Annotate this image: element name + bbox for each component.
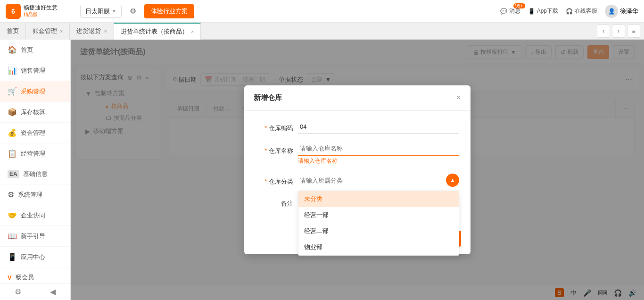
sidebar: 🏠 首页 📊 销售管理 🛒 采购管理 📦 库存核算 💰 资金管理 📋 经营管理 … xyxy=(0,40,71,300)
tab-home-label: 首页 xyxy=(7,27,19,35)
logo-area: 6 畅捷通好生意 精品版 xyxy=(6,4,76,19)
inventory-icon: 📦 xyxy=(8,108,17,117)
sidebar-item-home-label: 首页 xyxy=(21,46,33,54)
category-dropdown-toggle[interactable]: ▲ xyxy=(446,174,459,187)
code-input[interactable] xyxy=(298,120,459,133)
username: 徐泽华 xyxy=(620,7,638,16)
tab-accounts-label: 账套管理 xyxy=(33,27,57,35)
sidebar-item-sales[interactable]: 📊 销售管理 xyxy=(0,60,70,81)
dropdown-item-ops2[interactable]: 经营二部 xyxy=(298,223,459,239)
app-download-item[interactable]: 📱 App下载 xyxy=(528,7,558,15)
remark-label: 备注 xyxy=(256,196,293,208)
sidebar-item-apps[interactable]: 📱 应用中心 xyxy=(0,247,70,267)
category-dropdown-list: 未分类 经营一部 经营二部 物业部 xyxy=(298,191,459,256)
avatar: 👤 xyxy=(605,5,618,18)
sidebar-item-guide-label: 新手引导 xyxy=(21,232,45,241)
tab-purchase-return-label: 进货退货 xyxy=(76,27,101,35)
category-input-row: ▲ xyxy=(298,174,459,187)
basic-info-icon: EA xyxy=(8,170,19,178)
sidebar-item-membership-label: 畅会员 xyxy=(16,273,34,282)
sidebar-item-purchase-label: 采购管理 xyxy=(21,87,45,96)
add-warehouse-modal: 新增仓库 × 仓库编码 仓库名称 xyxy=(244,85,471,254)
content-area: 进货单统计(按商品) 🖨 按模板打印 ▼ ↓ 导出 ↺ 刷新 xyxy=(71,40,644,300)
sidebar-item-purchase[interactable]: 🛒 采购管理 xyxy=(0,81,70,102)
dropdown-item-ops1[interactable]: 经营一部 xyxy=(298,207,459,223)
sidebar-item-operations[interactable]: 📋 经营管理 xyxy=(0,143,70,164)
sidebar-item-apps-label: 应用中心 xyxy=(21,253,45,261)
message-item[interactable]: 💬 消息 99+ xyxy=(500,7,520,15)
name-label: 仓库名称 xyxy=(256,143,293,155)
sidebar-item-home[interactable]: 🏠 首页 xyxy=(0,40,70,60)
tab-prev-btn[interactable]: ‹ xyxy=(597,25,610,38)
code-form-row: 仓库编码 xyxy=(256,120,459,133)
online-service-item[interactable]: 🎧 在线客服 xyxy=(566,7,597,15)
category-dropdown-wrap: ▲ 未分类 经营一部 经营二部 物业部 xyxy=(298,174,459,187)
collab-icon: 🤝 xyxy=(8,211,17,220)
online-service-label: 在线客服 xyxy=(575,7,597,15)
tab-purchase-stats-close[interactable]: × xyxy=(191,29,194,34)
message-badge: 99+ xyxy=(513,3,525,8)
sidebar-settings-icon[interactable]: ⚙ xyxy=(15,287,21,296)
logo-icon: 6 xyxy=(6,4,21,19)
tab-next-btn[interactable]: › xyxy=(612,25,625,38)
sidebar-item-guide[interactable]: 📖 新手引导 xyxy=(0,226,70,247)
sidebar-bottom: ⚙ ◀ xyxy=(0,283,70,300)
message-icon: 💬 xyxy=(500,8,507,15)
membership-icon: V xyxy=(8,274,12,281)
sidebar-item-sales-label: 销售管理 xyxy=(21,67,45,75)
logo-badge: 精品版 xyxy=(24,11,58,18)
user-area[interactable]: 👤 徐泽华 xyxy=(605,5,638,18)
purchase-icon: 🛒 xyxy=(8,87,17,96)
name-form-row: 仓库名称 请输入仓库名称 xyxy=(256,142,459,165)
guide-icon: 📖 xyxy=(8,232,17,241)
store-dropdown-arrow: ▼ xyxy=(112,8,116,14)
settings-icon[interactable]: ⚙ xyxy=(125,4,140,19)
dropdown-item-uncategorized[interactable]: 未分类 xyxy=(298,191,459,207)
operations-icon: 📋 xyxy=(8,149,17,158)
finance-icon: 💰 xyxy=(8,128,17,137)
sidebar-item-inventory[interactable]: 📦 库存核算 xyxy=(0,102,70,123)
sidebar-collapse-icon[interactable]: ◀ xyxy=(50,287,56,296)
modal-title: 新增仓库 xyxy=(254,93,282,102)
modal-overlay: 新增仓库 × 仓库编码 仓库名称 xyxy=(71,40,644,300)
dropdown-item-property[interactable]: 物业部 xyxy=(298,239,459,255)
modal-header: 新增仓库 × xyxy=(244,85,471,111)
tab-purchase-return-close[interactable]: × xyxy=(104,28,107,34)
trial-button[interactable]: 体验行业方案 xyxy=(144,4,194,18)
tab-purchase-stats[interactable]: 进货单统计表（按商品） × xyxy=(114,23,201,40)
sidebar-item-collab[interactable]: 🤝 企业协同 xyxy=(0,205,70,226)
name-input[interactable] xyxy=(298,142,459,156)
main-layout: 🏠 首页 📊 销售管理 🛒 采购管理 📦 库存核算 💰 资金管理 📋 经营管理 … xyxy=(0,40,644,300)
code-label: 仓库编码 xyxy=(256,120,293,133)
sidebar-item-basic-info[interactable]: EA 基础信息 xyxy=(0,164,70,184)
tab-home[interactable]: 首页 xyxy=(0,23,26,40)
sidebar-item-collab-label: 企业协同 xyxy=(21,211,45,220)
home-icon: 🏠 xyxy=(8,45,17,54)
sidebar-item-inventory-label: 库存核算 xyxy=(21,108,45,117)
category-input[interactable] xyxy=(298,174,446,187)
name-error-msg: 请输入仓库名称 xyxy=(298,157,459,165)
tab-purchase-stats-label: 进货单统计表（按商品） xyxy=(121,27,188,36)
store-name: 日太阳膜 xyxy=(85,7,110,16)
tab-accounts[interactable]: 账套管理 × xyxy=(26,23,70,40)
sidebar-item-finance-label: 资金管理 xyxy=(21,129,45,137)
sidebar-item-system-label: 系统管理 xyxy=(18,191,42,199)
sidebar-item-system[interactable]: ⚙ 系统管理 xyxy=(0,184,70,205)
category-form-row: 仓库分类 ▲ 未分类 经营一部 经营二部 物业部 xyxy=(256,174,459,187)
tab-actions: ‹ › ≡ xyxy=(597,25,644,38)
logo-text-line1: 畅捷通好生意 xyxy=(24,4,58,12)
modal-close-button[interactable]: × xyxy=(456,93,461,103)
tab-menu-btn[interactable]: ≡ xyxy=(627,25,640,38)
tab-purchase-return[interactable]: 进货退货 × xyxy=(70,23,114,40)
tab-bar: 首页 账套管理 × 进货退货 × 进货单统计表（按商品） × ‹ › ≡ xyxy=(0,23,644,40)
category-label: 仓库分类 xyxy=(256,174,293,186)
sidebar-item-operations-label: 经营管理 xyxy=(21,150,45,158)
headset-icon: 🎧 xyxy=(566,8,573,15)
app-download-label: App下载 xyxy=(537,7,558,15)
store-selector[interactable]: 日太阳膜 ▼ xyxy=(80,5,122,18)
tab-accounts-close[interactable]: × xyxy=(60,28,63,34)
sales-icon: 📊 xyxy=(8,66,17,75)
top-right-area: 💬 消息 99+ 📱 App下载 🎧 在线客服 👤 徐泽华 xyxy=(500,5,638,18)
sidebar-item-finance[interactable]: 💰 资金管理 xyxy=(0,123,70,143)
app-icon: 📱 xyxy=(528,8,535,15)
